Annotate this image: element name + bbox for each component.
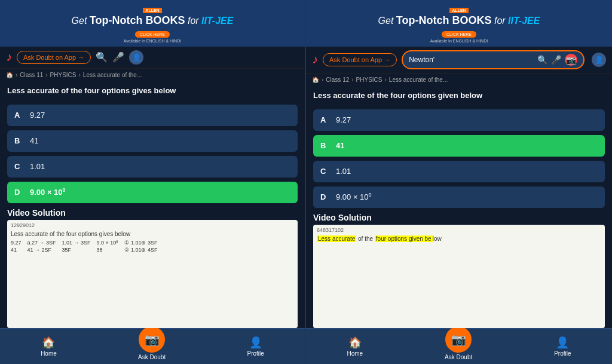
left-option-d-letter: D (14, 188, 24, 197)
right-home-icon: 🏠 (348, 336, 362, 349)
left-video-content: 12929012 Less accurate of the four optio… (7, 220, 298, 328)
right-option-d-letter: D (320, 192, 330, 201)
right-nav-home[interactable]: 🏠 Home (347, 336, 363, 357)
left-banner-title: Get Top-Notch BOOKS for IIT-JEE (6, 14, 299, 27)
right-allen-tag: ALLEN (449, 8, 468, 13)
right-mic-icon[interactable]: 🎤 (551, 55, 561, 65)
right-banner-brand: IIT-JEE (508, 16, 540, 26)
right-breadcrumb-class[interactable]: Class 12 (326, 77, 349, 83)
right-banner-title: Get Top-Notch BOOKS for IIT-JEE (312, 14, 606, 27)
right-breadcrumb-topic: Less accurate of the... (389, 77, 448, 83)
right-available-text: Available In ENGLISH & HINDI (312, 39, 606, 43)
right-nav-profile[interactable]: 👤 Profile (554, 336, 571, 357)
left-home-icon: 🏠 (42, 336, 55, 349)
left-banner: ALLEN Get Top-Notch BOOKS for IIT-JEE CL… (0, 0, 305, 47)
left-camera-icon-circle[interactable]: 📷 (139, 326, 165, 353)
right-option-a-letter: A (320, 115, 330, 124)
left-option-a[interactable]: A 9.27 (7, 105, 298, 126)
left-math-item5: 1.01 → 3SF (62, 240, 91, 246)
left-math-item9: ① 1.01⊕ 3SF (124, 240, 157, 246)
left-option-b[interactable]: B 41 (7, 130, 298, 152)
right-tiktok-icon[interactable]: ♪ (312, 53, 318, 66)
left-math-item10: ② 1.01⊕ 4SF (124, 247, 157, 253)
left-tiktok-icon[interactable]: ♪ (6, 50, 12, 64)
left-nav-home[interactable]: 🏠 Home (41, 336, 57, 357)
right-breadcrumb-sep3: › (385, 77, 387, 83)
right-video-id: 648317102 (313, 225, 605, 235)
right-banner-for: for (494, 16, 508, 26)
right-banner-pre: Get (378, 16, 394, 26)
left-math-item7: 9.0 × 10⁸ (97, 240, 119, 246)
left-search-icon[interactable]: 🔍 (96, 51, 108, 63)
right-breadcrumb-subject[interactable]: PHYSICS (356, 77, 382, 83)
right-option-a[interactable]: A 9.27 (313, 109, 605, 131)
left-math-col3: 1.01 → 3SF 35F (62, 240, 91, 326)
left-breadcrumb-topic: Less accurate of the... (83, 72, 142, 78)
right-ask-doubt-button[interactable]: Ask Doubt on App → (323, 53, 397, 66)
left-breadcrumb-sep3: › (79, 72, 81, 78)
right-video-solution-label: Video Solution (306, 208, 612, 225)
right-options: A 9.27 B 41 C 1.01 D 9.00 × 100 (306, 109, 612, 208)
right-camera-search-icon[interactable]: 📷 (565, 54, 577, 66)
left-home-label: Home (41, 350, 57, 357)
right-video-highlight: Less accurate (317, 235, 356, 242)
left-breadcrumb-home[interactable]: 🏠 (6, 72, 13, 78)
left-breadcrumb-sep1: › (16, 72, 17, 78)
right-home-label: Home (347, 350, 363, 357)
left-video-id: 12929012 (7, 220, 298, 231)
right-question-area: Less accurate of the four options given … (306, 86, 612, 109)
right-option-c-letter: C (320, 167, 330, 176)
right-nav-ask-doubt[interactable]: 📷 Ask Doubt (445, 332, 472, 360)
left-question-area: Less accurate of the four options gives … (0, 81, 305, 105)
left-question-text: Less accurate of the four options gives … (7, 86, 298, 95)
left-nav-profile[interactable]: 👤 Profile (247, 336, 264, 357)
left-click-here[interactable]: CLICK HERE (135, 31, 170, 38)
left-ask-doubt-label: Ask Doubt (138, 354, 166, 360)
right-bottom-nav: 🏠 Home 📷 Ask Doubt 👤 Profile (306, 328, 612, 364)
left-profile-label: Profile (247, 350, 264, 357)
right-search-icon[interactable]: 🔍 (537, 55, 547, 65)
left-breadcrumb-subject[interactable]: PHYSICS (50, 72, 76, 78)
left-panel: ALLEN Get Top-Notch BOOKS for IIT-JEE CL… (0, 0, 306, 364)
right-option-d-text: 9.00 × 100 (336, 192, 372, 201)
left-banner-for: for (188, 16, 201, 26)
right-click-here[interactable]: CLICK HERE (442, 31, 476, 38)
left-video-thumb[interactable]: 12929012 Less accurate of the four optio… (7, 220, 298, 328)
left-available-text: Available In ENGLISH & HINDI (6, 39, 299, 43)
right-camera-icon-circle[interactable]: 📷 (445, 326, 472, 353)
left-video-solution-label: Video Solution (0, 203, 305, 220)
left-math-col5: ① 1.01⊕ 3SF ② 1.01⊕ 4SF (124, 240, 157, 326)
left-mic-icon[interactable]: 🎤 (112, 51, 124, 63)
left-ask-doubt-button[interactable]: Ask Doubt on App → (17, 51, 91, 64)
left-option-b-text: 41 (30, 136, 38, 145)
left-option-d-text: 9.00 × 100 (30, 187, 66, 197)
left-header-icons: 🔍 🎤 👤 (96, 50, 143, 65)
right-video-thumb[interactable]: 648317102 Less accurate of the four opti… (313, 225, 605, 328)
left-math-col2: a.27 → 3SF 41 → 2SF (27, 240, 56, 326)
left-nav-ask-doubt[interactable]: 📷 Ask Doubt (138, 332, 166, 360)
right-banner: ALLEN Get Top-Notch BOOKS for IIT-JEE CL… (306, 0, 612, 47)
left-avatar[interactable]: 👤 (129, 50, 143, 65)
left-math-item8: 38 (97, 247, 119, 253)
right-avatar[interactable]: 👤 (592, 53, 606, 67)
right-breadcrumb-sep2: › (351, 77, 353, 83)
right-search-input[interactable] (409, 56, 534, 64)
left-option-d[interactable]: D 9.00 × 100 (7, 182, 298, 203)
left-math-item2: 41 (11, 247, 22, 253)
left-breadcrumb-class[interactable]: Class 11 (20, 72, 43, 78)
left-option-c[interactable]: C 1.01 (7, 156, 298, 178)
left-option-c-letter: C (14, 162, 24, 171)
right-ask-doubt-label: Ask Doubt (445, 354, 472, 360)
right-option-b[interactable]: B 41 (313, 135, 605, 157)
left-option-a-letter: A (14, 111, 24, 120)
left-allen-tag: ALLEN (143, 8, 161, 13)
right-video-question: Less accurate of the four options given … (313, 235, 605, 242)
right-video-content: 648317102 Less accurate of the four opti… (313, 225, 605, 328)
right-search-bar[interactable]: 🔍 🎤 📷 (402, 50, 585, 69)
right-option-d[interactable]: D 9.00 × 100 (313, 186, 605, 208)
right-breadcrumb-home[interactable]: 🏠 (312, 77, 319, 83)
right-banner-bold: Top-Notch BOOKS (396, 14, 492, 26)
right-breadcrumb-sep1: › (322, 77, 323, 83)
right-option-c[interactable]: C 1.01 (313, 161, 605, 182)
left-bottom-nav: 🏠 Home 📷 Ask Doubt 👤 Profile (0, 328, 305, 364)
